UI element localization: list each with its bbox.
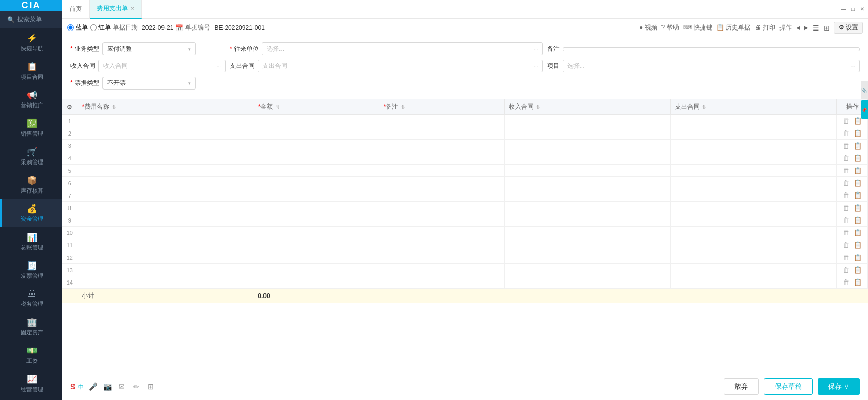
sidebar-item-marketing[interactable]: 📢营销推广: [0, 85, 62, 113]
sidebar-item-basic-info[interactable]: 📁基础信息: [0, 397, 62, 400]
cell-name[interactable]: [78, 177, 254, 189]
cell-name[interactable]: [78, 115, 254, 127]
sidebar-item-accounting[interactable]: 📊总账管理: [0, 227, 62, 256]
sidebar-item-sales[interactable]: 💹销售管理: [0, 113, 62, 142]
cell-name[interactable]: [78, 227, 254, 239]
project-more-icon[interactable]: ···: [851, 63, 855, 69]
cell-amount[interactable]: [254, 152, 379, 165]
row-copy-button[interactable]: 📋: [854, 241, 862, 249]
cell-name[interactable]: [78, 264, 254, 276]
cell-amount[interactable]: [254, 251, 379, 264]
row-delete-button[interactable]: 🗑: [843, 129, 849, 137]
cell-amount[interactable]: [254, 202, 379, 214]
sidebar-item-purchase[interactable]: 🛒采购管理: [0, 142, 62, 170]
row-delete-button[interactable]: 🗑: [843, 216, 849, 224]
row-delete-button[interactable]: 🗑: [843, 154, 849, 162]
nav-left-icon[interactable]: ◀: [796, 25, 800, 31]
biz-type-select[interactable]: 应付调整 ▾: [102, 42, 196, 55]
cell-note[interactable]: [379, 177, 504, 189]
cell-name[interactable]: [78, 140, 254, 152]
row-delete-button[interactable]: 🗑: [843, 167, 849, 174]
table-settings-col[interactable]: ⚙: [62, 99, 78, 115]
mail-icon[interactable]: ✉: [116, 381, 127, 392]
partner-input[interactable]: 选择... ···: [262, 42, 542, 55]
cell-name[interactable]: [78, 276, 254, 289]
sidebar-item-fund[interactable]: 💰资金管理: [0, 199, 62, 227]
cell-note[interactable]: [379, 276, 504, 289]
cell-note[interactable]: [379, 165, 504, 177]
cell-name[interactable]: [78, 127, 254, 140]
sidebar-item-assets[interactable]: 🏢固定资产: [0, 312, 62, 340]
row-delete-button[interactable]: 🗑: [843, 229, 849, 236]
row-copy-button[interactable]: 📋: [854, 204, 862, 212]
cell-note[interactable]: [379, 214, 504, 227]
cell-expense-contract[interactable]: [670, 227, 836, 239]
print-button[interactable]: 🖨 打印: [755, 23, 775, 32]
more-icon[interactable]: ···: [534, 46, 538, 52]
remark-input[interactable]: [563, 47, 860, 51]
cell-income-contract[interactable]: [504, 264, 670, 276]
cell-income-contract[interactable]: [504, 127, 670, 140]
row-delete-button[interactable]: 🗑: [843, 204, 849, 212]
cell-expense-contract[interactable]: [670, 189, 836, 202]
cell-amount[interactable]: [254, 127, 379, 140]
cell-amount[interactable]: [254, 276, 379, 289]
expense-contract-more-icon[interactable]: ···: [534, 63, 538, 69]
camera-icon[interactable]: 📷: [101, 381, 113, 392]
row-copy-button[interactable]: 📋: [854, 154, 862, 162]
cell-amount[interactable]: [254, 214, 379, 227]
sidebar-item-quick-nav[interactable]: ⚡快捷导航: [0, 28, 62, 56]
cell-income-contract[interactable]: [504, 140, 670, 152]
row-delete-button[interactable]: 🗑: [843, 266, 849, 274]
shortcut-button[interactable]: ⌨ 快捷键: [683, 23, 712, 32]
cell-income-contract[interactable]: [504, 251, 670, 264]
save-draft-button[interactable]: 保存草稿: [764, 378, 813, 395]
cell-name[interactable]: [78, 239, 254, 251]
cell-expense-contract[interactable]: [670, 127, 836, 140]
cell-income-contract[interactable]: [504, 165, 670, 177]
row-copy-button[interactable]: 📋: [854, 278, 862, 286]
row-delete-button[interactable]: 🗑: [843, 142, 849, 150]
cell-note[interactable]: [379, 264, 504, 276]
sidebar-item-tax[interactable]: 🏛税务管理: [0, 284, 62, 312]
window-minimize-button[interactable]: —: [840, 6, 847, 13]
cell-note[interactable]: [379, 115, 504, 127]
row-copy-button[interactable]: 📋: [854, 229, 862, 236]
cell-income-contract[interactable]: [504, 214, 670, 227]
income-contract-more-icon[interactable]: ···: [217, 63, 221, 69]
tab-expense[interactable]: 费用支出单 ×: [90, 0, 142, 19]
set-button[interactable]: ⚙ 设置: [834, 22, 863, 34]
tab-close-icon[interactable]: ×: [131, 6, 134, 11]
cell-expense-contract[interactable]: [670, 140, 836, 152]
cell-income-contract[interactable]: [504, 177, 670, 189]
grid-view-icon[interactable]: ⊞: [823, 24, 830, 32]
red-bill-radio[interactable]: 红单: [90, 23, 111, 32]
cell-name[interactable]: [78, 251, 254, 264]
row-delete-button[interactable]: 🗑: [843, 254, 849, 261]
cell-note[interactable]: [379, 227, 504, 239]
row-copy-button[interactable]: 📋: [854, 129, 862, 137]
project-input[interactable]: 选择... ···: [563, 60, 860, 72]
row-delete-button[interactable]: 🗑: [843, 191, 849, 199]
cell-name[interactable]: [78, 202, 254, 214]
mic-icon[interactable]: 🎤: [87, 381, 98, 392]
right-panel-bottom-button[interactable]: 📌: [861, 100, 868, 119]
search-menu-item[interactable]: 🔍 搜索菜单: [0, 11, 62, 28]
cell-income-contract[interactable]: [504, 115, 670, 127]
row-delete-button[interactable]: 🗑: [843, 241, 849, 249]
cell-expense-contract[interactable]: [670, 152, 836, 165]
cell-amount[interactable]: [254, 264, 379, 276]
cell-income-contract[interactable]: [504, 239, 670, 251]
row-copy-button[interactable]: 📋: [854, 191, 862, 199]
expense-contract-input[interactable]: 支出合同 ···: [258, 60, 543, 72]
cell-income-contract[interactable]: [504, 202, 670, 214]
cell-income-contract[interactable]: [504, 189, 670, 202]
row-copy-button[interactable]: 📋: [854, 216, 862, 224]
cell-name[interactable]: [78, 165, 254, 177]
window-close-button[interactable]: ✕: [859, 6, 866, 13]
list-view-icon[interactable]: ☰: [813, 24, 819, 32]
cell-note[interactable]: [379, 239, 504, 251]
cell-name[interactable]: [78, 214, 254, 227]
sidebar-item-operations[interactable]: 📈经营管理: [0, 369, 62, 397]
cell-amount[interactable]: [254, 165, 379, 177]
